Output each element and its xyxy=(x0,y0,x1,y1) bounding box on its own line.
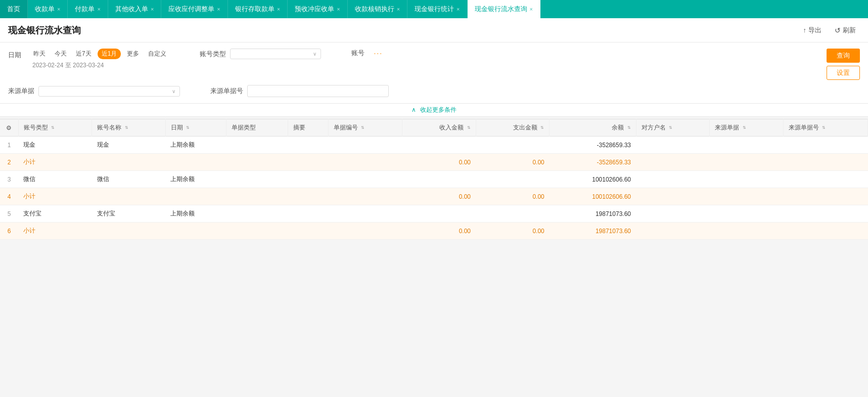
col-summary[interactable]: 摘要 xyxy=(288,119,329,137)
nav-tab-shoukuan-hexiao[interactable]: 收款核销执行 × xyxy=(348,0,407,18)
collapse-bar[interactable]: ∧ 收起更多条件 xyxy=(0,104,868,117)
date-opt-7days[interactable]: 近7天 xyxy=(73,49,95,59)
nav-tab-yingshou[interactable]: 应收应付调整单 × xyxy=(161,0,227,18)
settings-button[interactable]: 设置 xyxy=(827,66,860,80)
nav-tab-label: 银行存取款单 xyxy=(235,5,275,14)
row-summary xyxy=(288,171,329,188)
col-source-doc[interactable]: 来源单据 ⇅ xyxy=(710,119,784,137)
row-expense: 0.00 xyxy=(476,154,550,171)
source-doc-select[interactable]: ∨ xyxy=(38,86,180,97)
nav-tab-close[interactable]: × xyxy=(97,6,100,12)
row-source-doc-no xyxy=(783,154,867,171)
nav-tab-label: 现金银行统计 xyxy=(415,5,454,14)
date-opt-yesterday[interactable]: 昨天 xyxy=(30,49,49,59)
col-income[interactable]: 收入金额 ⇅ xyxy=(402,119,476,137)
date-opt-1month[interactable]: 近1月 xyxy=(98,49,121,59)
nav-tab-close[interactable]: × xyxy=(397,6,400,12)
nav-tab-xianjin-liushui[interactable]: 现金银行流水查询 × xyxy=(468,0,540,18)
row-doc-no xyxy=(329,154,402,171)
row-income xyxy=(402,171,476,188)
refresh-button[interactable]: ↺ 刷新 xyxy=(831,24,860,37)
nav-tab-close[interactable]: × xyxy=(151,6,154,12)
row-doc-type xyxy=(226,205,288,223)
row-doc-type xyxy=(226,223,288,240)
row-counterpart xyxy=(636,188,710,205)
row-source-doc-no xyxy=(783,223,867,240)
col-income-label: 收入金额 xyxy=(439,124,464,131)
sort-icon: ⇅ xyxy=(361,126,364,130)
nav-tab-xianjin-tongji[interactable]: 现金银行统计 × xyxy=(407,0,467,18)
col-source-doc-label: 来源单据 xyxy=(715,124,739,131)
date-opt-more[interactable]: 更多 xyxy=(124,49,142,59)
nav-tab-yinhang[interactable]: 银行存取款单 × xyxy=(228,0,288,18)
row-counterpart xyxy=(636,205,710,223)
sort-icon: ⇅ xyxy=(51,126,55,130)
source-doc-no-input[interactable] xyxy=(247,85,389,97)
row-index: 4 xyxy=(0,188,18,205)
col-doc-type[interactable]: 单据类型 xyxy=(226,119,288,137)
nav-tab-label: 付款单 xyxy=(75,5,95,14)
row-source-doc-no xyxy=(783,205,867,223)
col-source-doc-no[interactable]: 来源单据号 ⇅ xyxy=(783,119,867,137)
row-source-doc xyxy=(710,188,784,205)
col-account-name[interactable]: 账号名称 ⇅ xyxy=(92,119,166,137)
row-doc-type xyxy=(226,171,288,188)
row-source-doc-no xyxy=(783,137,867,154)
source-doc-no-label: 来源单据号 xyxy=(210,86,243,96)
row-balance: 19871073.60 xyxy=(550,205,636,223)
row-account-name xyxy=(92,223,166,240)
row-doc-no xyxy=(329,188,402,205)
row-summary xyxy=(288,223,329,240)
row-date xyxy=(165,188,226,205)
query-button[interactable]: 查询 xyxy=(827,49,860,63)
account-ellipsis[interactable]: ··· xyxy=(374,49,383,57)
row-account-name xyxy=(92,188,166,205)
col-date-label: 日期 xyxy=(171,124,183,131)
row-index: 3 xyxy=(0,171,18,188)
nav-tab-close[interactable]: × xyxy=(277,6,280,12)
row-balance: 100102606.60 xyxy=(550,188,636,205)
row-expense xyxy=(476,171,550,188)
nav-tab-qita[interactable]: 其他收入单 × xyxy=(108,0,161,18)
table-row: 3微信微信上期余额100102606.60 xyxy=(0,171,868,188)
nav-tab-close[interactable]: × xyxy=(337,6,340,12)
sort-icon: ⇅ xyxy=(540,126,544,130)
row-summary xyxy=(288,137,329,154)
col-doc-no[interactable]: 单据编号 ⇅ xyxy=(329,119,402,137)
row-counterpart xyxy=(636,137,710,154)
col-expense-label: 支出金额 xyxy=(513,124,537,131)
settings-icon: ⚙ xyxy=(6,124,12,131)
nav-tab-yushou[interactable]: 预收冲应收单 × xyxy=(288,0,347,18)
nav-tab-fukuan[interactable]: 付款单 × xyxy=(68,0,108,18)
col-expense[interactable]: 支出金额 ⇅ xyxy=(476,119,550,137)
nav-tab-close[interactable]: × xyxy=(456,6,460,12)
row-index: 1 xyxy=(0,137,18,154)
nav-tab-close[interactable]: × xyxy=(57,6,60,12)
date-filter-label: 日期 xyxy=(8,51,26,60)
nav-tab-close[interactable]: × xyxy=(217,6,220,12)
nav-tab-shokuan[interactable]: 收款单 × xyxy=(28,0,68,18)
col-summary-label: 摘要 xyxy=(293,124,305,131)
col-settings[interactable]: ⚙ xyxy=(0,119,18,137)
sort-icon: ⇅ xyxy=(743,126,746,130)
row-expense xyxy=(476,205,550,223)
export-button[interactable]: ↑ 导出 xyxy=(799,24,826,37)
col-source-doc-no-label: 来源单据号 xyxy=(789,124,819,131)
nav-home[interactable]: 首页 xyxy=(0,0,28,18)
row-account-name: 微信 xyxy=(92,171,166,188)
source-doc-label: 来源单据 xyxy=(8,86,34,96)
col-doc-type-label: 单据类型 xyxy=(232,124,256,131)
date-opt-custom[interactable]: 自定义 xyxy=(145,49,169,59)
filter-actions: 查询 设置 xyxy=(827,49,860,80)
date-opt-today[interactable]: 今天 xyxy=(52,49,70,59)
col-balance[interactable]: 余额 ⇅ xyxy=(550,119,636,137)
sort-icon: ⇅ xyxy=(467,126,471,130)
col-account-type[interactable]: 账号类型 ⇅ xyxy=(18,119,92,137)
row-income: 0.00 xyxy=(402,223,476,240)
col-date[interactable]: 日期 ⇅ xyxy=(165,119,226,137)
row-income: 0.00 xyxy=(402,188,476,205)
nav-tab-close[interactable]: × xyxy=(530,6,533,12)
account-type-select[interactable]: ∨ xyxy=(230,49,321,59)
col-counterpart[interactable]: 对方户名 ⇅ xyxy=(636,119,710,137)
date-range-display: 2023-02-24 至 2023-03-24 xyxy=(32,61,169,70)
